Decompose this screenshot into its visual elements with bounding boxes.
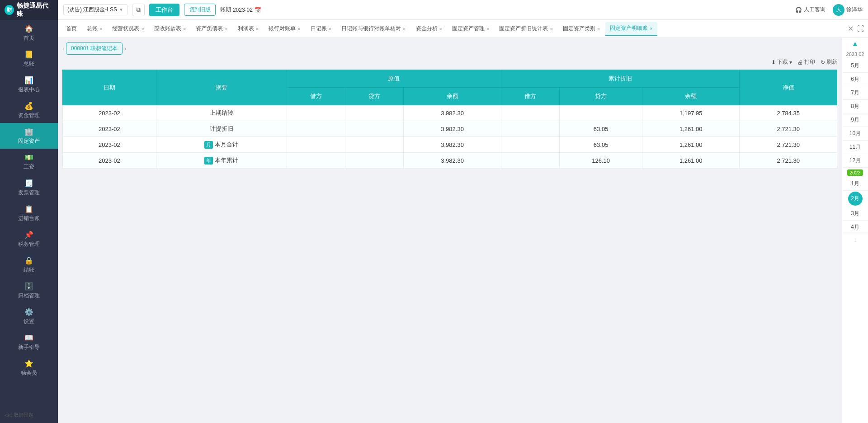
switch-version-button[interactable]: 切到旧版: [184, 4, 216, 16]
sidebar-label-member: 畅会员: [21, 369, 37, 377]
sidebar-label-home: 首页: [24, 34, 34, 42]
tab-fund-analysis[interactable]: 资金分析 ×: [411, 22, 447, 35]
period-5[interactable]: 5月: [842, 59, 868, 73]
tab-journal-bank-close[interactable]: ×: [403, 26, 406, 32]
tab-receivable[interactable]: 应收账龄表 ×: [150, 22, 190, 35]
download-button[interactable]: ⬇ 下载 ▾: [771, 58, 792, 66]
tab-journal-bank[interactable]: 日记账与银行对账单核对 ×: [337, 22, 410, 35]
main-area: (劝告) 江西股金-LSS ▼ ⧉ 工作台 切到旧版 账期 2023-02 📅 …: [58, 0, 868, 423]
tab-fixed-cat[interactable]: 固定资产类别 ×: [558, 22, 604, 35]
sidebar-item-fixed[interactable]: 🏢 固定资产: [0, 123, 58, 149]
close-all-icon[interactable]: ✕: [848, 24, 854, 33]
sidebar-label-ledger: 总账: [24, 60, 34, 68]
tab-fixed-detail-close[interactable]: ×: [650, 26, 652, 31]
tab-ledger-close[interactable]: ×: [99, 26, 102, 32]
sidebar-label-guide: 新手引导: [18, 343, 40, 351]
tab-fixed-cat-close[interactable]: ×: [597, 26, 600, 32]
sidebar-item-close[interactable]: 🔒 结账: [0, 252, 58, 277]
cell-orig-balance: 3,982.30: [404, 121, 501, 137]
period-7[interactable]: 7月: [842, 86, 868, 100]
period-11[interactable]: 11月: [842, 141, 868, 154]
tab-assets-label: 资产负债表: [196, 25, 223, 33]
maximize-icon[interactable]: ⛶: [857, 25, 864, 33]
sidebar-label-archive: 归档管理: [18, 292, 40, 300]
purchases-icon: 📋: [24, 205, 33, 213]
company-selector[interactable]: (劝告) 江西股金-LSS ▼: [63, 4, 127, 15]
breadcrumb-item-asset[interactable]: 000001 联想笔记本: [66, 42, 123, 55]
tab-profit[interactable]: 利润表 ×: [233, 22, 263, 35]
cell-accum-debit: [501, 153, 559, 169]
period-8[interactable]: 8月: [842, 100, 868, 113]
tab-assets-close[interactable]: ×: [225, 26, 227, 32]
copy-button[interactable]: ⧉: [132, 4, 145, 16]
sidebar-item-settings[interactable]: ⚙️ 设置: [0, 303, 58, 329]
sidebar-item-purchases[interactable]: 📋 进销台账: [0, 200, 58, 226]
service-button[interactable]: 🎧 人工客询: [795, 6, 826, 14]
th-accumulated-depr: 累计折旧: [501, 70, 740, 88]
period-6[interactable]: 6月: [842, 73, 868, 86]
sidebar-item-reports[interactable]: 📊 报表中心: [0, 71, 58, 97]
cell-note: 计提折旧: [156, 121, 287, 137]
tab-bank[interactable]: 银行对账单 ×: [264, 22, 305, 35]
period-4[interactable]: 4月: [842, 221, 868, 234]
tab-ledger[interactable]: 总账 ×: [82, 22, 107, 35]
refresh-button[interactable]: ↻ 刷新: [821, 58, 837, 66]
workbench-button[interactable]: 工作台: [149, 4, 179, 16]
company-name: (劝告) 江西股金-LSS: [67, 6, 117, 14]
th-note: 摘要: [156, 70, 287, 105]
tab-journal-close[interactable]: ×: [329, 26, 331, 32]
refresh-label: 刷新: [826, 58, 837, 66]
tab-fixed-mgmt-close[interactable]: ×: [486, 26, 489, 32]
cell-note: 上期结转: [156, 105, 287, 121]
table-row: 2023-02 年本年累计 3,982.30 126.10 1,261.00 2…: [63, 153, 837, 169]
data-table: 日期 摘要 原值 累计折旧 净值 借方 贷方 余额 借方 贷方 余额: [62, 70, 837, 169]
period-scroll-down[interactable]: ↓: [842, 234, 868, 246]
tab-fixed-mgmt[interactable]: 固定资产管理 ×: [448, 22, 494, 35]
sidebar-item-capital[interactable]: 💰 资金管理: [0, 97, 58, 123]
calendar-icon[interactable]: 📅: [255, 7, 261, 13]
tab-bank-close[interactable]: ×: [297, 26, 300, 32]
cell-orig-debit: [287, 153, 345, 169]
guide-icon: 📖: [24, 334, 33, 342]
tab-status[interactable]: 经营状况表 ×: [108, 22, 148, 35]
topbar-right: 🎧 人工客询 人 徐泽华: [795, 4, 863, 16]
period-10[interactable]: 10月: [842, 127, 868, 141]
period-1[interactable]: 1月: [842, 177, 868, 191]
tab-fixed-detail[interactable]: 固定资产明细账 ×: [605, 22, 657, 36]
tab-receivable-close[interactable]: ×: [183, 26, 186, 32]
sidebar-item-tax[interactable]: 📌 税务管理: [0, 226, 58, 252]
period-12[interactable]: 12月: [842, 154, 868, 168]
tab-home-label: 首页: [66, 25, 77, 33]
period-3[interactable]: 3月: [842, 207, 868, 221]
tab-receivable-label: 应收账龄表: [154, 25, 181, 33]
sidebar-item-ledger[interactable]: 📒 总账: [0, 46, 58, 71]
breadcrumb-next-arrow[interactable]: ›: [124, 46, 126, 52]
period-value: 2023-02: [233, 7, 253, 13]
period-2-active[interactable]: 2月: [848, 192, 863, 206]
tab-fixed-depr-close[interactable]: ×: [550, 26, 552, 32]
tab-fixed-detail-label: 固定资产明细账: [610, 24, 648, 32]
tab-fund-analysis-close[interactable]: ×: [439, 26, 442, 32]
sidebar-item-invoice[interactable]: 🧾 发票管理: [0, 174, 58, 200]
tab-profit-close[interactable]: ×: [256, 26, 259, 32]
company-dropdown-arrow: ▼: [119, 7, 123, 12]
unpin-button[interactable]: ◁◁ 取消固定: [0, 407, 58, 423]
member-icon: ⭐: [24, 359, 33, 368]
period-9[interactable]: 9月: [842, 113, 868, 127]
sidebar-label-reports: 报表中心: [18, 86, 40, 94]
tab-assets[interactable]: 资产负债表 ×: [191, 22, 232, 35]
sidebar-item-home[interactable]: 🏠 首页: [0, 20, 58, 46]
user-menu[interactable]: 人 徐泽华: [833, 4, 863, 16]
tab-journal[interactable]: 日记账 ×: [306, 22, 336, 35]
sidebar-item-salary[interactable]: 💵 工资: [0, 149, 58, 174]
sidebar-item-archive[interactable]: 🗄️ 归档管理: [0, 277, 58, 303]
tab-fixed-depr[interactable]: 固定资产折旧统计表 ×: [495, 22, 557, 35]
breadcrumb-prev-arrow[interactable]: ‹: [62, 46, 64, 52]
period-scroll-up[interactable]: ▲: [842, 38, 868, 50]
print-button[interactable]: 🖨 打印: [797, 58, 815, 66]
sidebar-item-guide[interactable]: 📖 新手引导: [0, 329, 58, 355]
tab-home[interactable]: 首页: [61, 22, 81, 35]
sidebar-item-member[interactable]: ⭐ 畅会员: [0, 355, 58, 381]
tab-status-close[interactable]: ×: [141, 26, 144, 32]
unpin-label: 取消固定: [14, 412, 33, 418]
